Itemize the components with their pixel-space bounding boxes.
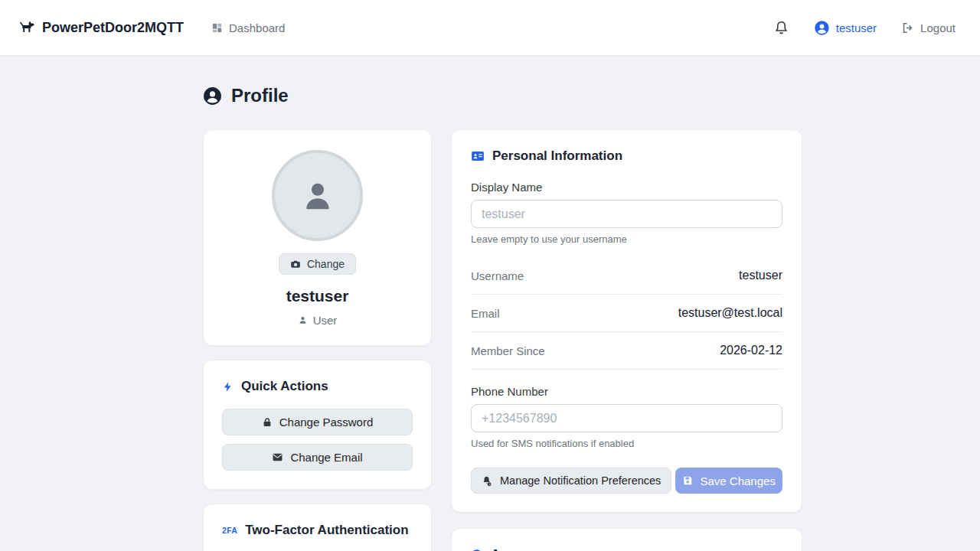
- save-changes-label: Save Changes: [700, 474, 775, 487]
- phone-input[interactable]: [471, 404, 782, 432]
- appearance-title-label: Appearance: [491, 547, 565, 551]
- brand-label: PowerPetDoor2MQTT: [42, 20, 184, 36]
- envelope-icon: [272, 452, 283, 463]
- nav-username-label: testuser: [836, 21, 877, 34]
- logout-label: Logout: [920, 21, 956, 34]
- member-since-row-label: Member Since: [471, 344, 545, 357]
- logout-icon: [901, 21, 914, 34]
- page-title-label: Profile: [231, 85, 289, 106]
- email-row-label: Email: [471, 307, 500, 320]
- quick-actions-title-label: Quick Actions: [241, 379, 328, 394]
- change-email-label: Change Email: [290, 451, 362, 464]
- profile-role-label: User: [313, 314, 338, 327]
- username-row: Username testuser: [471, 257, 782, 295]
- personal-info-card: Personal Information Display Name Leave …: [451, 129, 802, 513]
- manage-notifications-button[interactable]: Manage Notification Preferences: [471, 468, 671, 494]
- member-since-row-value: 2026-02-12: [720, 344, 782, 357]
- navbar: PowerPetDoor2MQTT Dashboard: [0, 0, 980, 56]
- nav-dashboard-link[interactable]: Dashboard: [211, 21, 285, 34]
- camera-icon: [290, 259, 301, 269]
- email-row: Email testuser@test.local: [471, 295, 782, 332]
- bell-gear-icon: [482, 475, 493, 487]
- personal-info-actions: Manage Notification Preferences Save Cha…: [471, 468, 782, 494]
- save-changes-button[interactable]: Save Changes: [675, 468, 782, 494]
- nav-user-menu[interactable]: testuser: [814, 20, 877, 36]
- lock-icon: [262, 417, 273, 428]
- quick-actions-title: Quick Actions: [222, 379, 413, 394]
- personal-info-title: Personal Information: [471, 148, 782, 164]
- username-row-value: testuser: [739, 269, 782, 282]
- change-email-button[interactable]: Change Email: [222, 444, 413, 471]
- dog-icon: [20, 20, 35, 35]
- notifications-button[interactable]: [773, 20, 789, 36]
- email-row-value: testuser@test.local: [678, 306, 782, 320]
- username-row-label: Username: [471, 269, 524, 282]
- display-name-input[interactable]: [471, 200, 782, 228]
- info-rows: Username testuser Email testuser@test.lo…: [471, 257, 782, 370]
- profile-icon: [203, 86, 222, 106]
- brand: PowerPetDoor2MQTT: [20, 20, 184, 36]
- right-column: Personal Information Display Name Leave …: [451, 129, 802, 551]
- phone-label: Phone Number: [471, 385, 782, 398]
- logout-button[interactable]: Logout: [901, 21, 956, 34]
- display-name-label: Display Name: [471, 181, 782, 194]
- bell-icon: [773, 20, 789, 36]
- change-avatar-label: Change: [307, 258, 345, 270]
- manage-notifications-label: Manage Notification Preferences: [500, 474, 661, 487]
- profile-name: testuser: [222, 287, 413, 305]
- change-password-button[interactable]: Change Password: [222, 409, 413, 435]
- avatar: [272, 150, 363, 241]
- quick-actions-card: Quick Actions Change Password: [203, 360, 432, 490]
- member-since-row: Member Since 2026-02-12: [471, 332, 782, 370]
- save-icon: [682, 475, 693, 486]
- phone-hint: Used for SMS notifications if enabled: [471, 438, 782, 449]
- page-title: Profile: [203, 85, 802, 106]
- user-circle-icon: [814, 20, 830, 36]
- user-role-icon: [298, 315, 308, 325]
- two-factor-card: 2FA Two-Factor Authentication: [203, 504, 432, 551]
- bolt-icon: [222, 381, 234, 393]
- change-avatar-button[interactable]: Change: [279, 253, 356, 275]
- change-password-label: Change Password: [279, 416, 374, 429]
- main-content: Profile: [203, 56, 802, 551]
- personal-info-title-label: Personal Information: [492, 148, 622, 164]
- navbar-right: testuser Logout: [773, 20, 956, 36]
- id-card-icon: [471, 149, 485, 163]
- two-factor-title: 2FA Two-Factor Authentication: [222, 523, 413, 538]
- dashboard-icon: [211, 22, 223, 34]
- display-name-hint: Leave empty to use your username: [471, 233, 782, 245]
- palette-icon: [470, 549, 483, 551]
- profile-role: User: [222, 314, 413, 327]
- nav-dashboard-label: Dashboard: [229, 21, 285, 34]
- avatar-person-icon: [298, 176, 338, 216]
- appearance-title: Appearance: [470, 547, 783, 551]
- two-factor-title-label: Two-Factor Authentication: [245, 523, 408, 538]
- twofa-icon: 2FA: [222, 526, 237, 535]
- avatar-card: Change testuser User: [203, 129, 432, 346]
- left-column: Change testuser User: [203, 129, 432, 551]
- appearance-card: Appearance: [451, 528, 802, 551]
